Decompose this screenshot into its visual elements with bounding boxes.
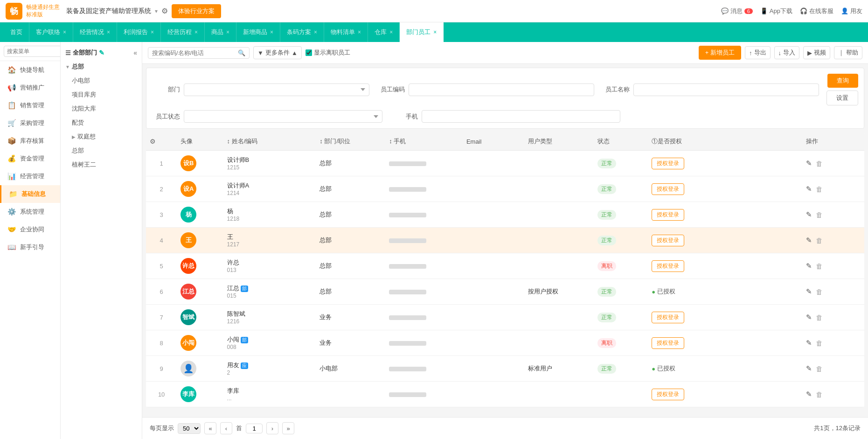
add-employee-button[interactable]: + 新增员工 <box>699 46 741 60</box>
tab-close-icon[interactable]: × <box>194 29 198 35</box>
nav-tab-7[interactable]: 条码方案× <box>280 22 324 42</box>
nav-tab-10[interactable]: 部门员工× <box>400 22 444 42</box>
delete-button[interactable]: 🗑 <box>816 288 823 296</box>
name-input[interactable] <box>633 84 819 96</box>
sidebar-item-1[interactable]: 📢营销推广 <box>0 79 60 97</box>
tab-close-icon[interactable]: × <box>314 29 317 35</box>
auth-login-button[interactable]: 授权登录 <box>652 337 684 349</box>
auth-login-button[interactable]: 授权登录 <box>652 183 684 195</box>
nav-tab-6[interactable]: 新增商品× <box>236 22 280 42</box>
auth-login-button[interactable]: 授权登录 <box>652 389 684 400</box>
nav-tab-2[interactable]: 经营情况× <box>73 22 117 42</box>
edit-button[interactable]: ✎ <box>806 185 812 193</box>
tree-node-0[interactable]: ▼ 总部 <box>61 60 142 74</box>
sidebar-item-3[interactable]: 🛒采购管理 <box>0 114 60 132</box>
delete-button[interactable]: 🗑 <box>816 365 823 373</box>
tree-collapse-icon[interactable]: « <box>133 49 137 56</box>
search-menu-input[interactable] <box>4 46 61 57</box>
delete-button[interactable]: 🗑 <box>816 390 823 398</box>
tree-node-5[interactable]: ▶ 双庭想 <box>61 130 142 144</box>
show-leave-checkbox[interactable]: 显示离职员工 <box>306 49 350 57</box>
page-number-input[interactable] <box>246 424 263 433</box>
edit-button[interactable]: ✎ <box>806 339 812 347</box>
edit-button[interactable]: ✎ <box>806 287 812 296</box>
tree-node-3[interactable]: 沈阳大库 <box>61 102 142 116</box>
tree-node-1[interactable]: 小电部 <box>61 74 142 88</box>
auth-login-button[interactable]: 授权登录 <box>652 260 684 272</box>
status-select[interactable] <box>184 110 382 123</box>
tab-close-icon[interactable]: × <box>63 29 66 35</box>
tab-close-icon[interactable]: × <box>151 29 154 35</box>
import-button[interactable]: ↓ 导入 <box>774 46 800 59</box>
delete-button[interactable]: 🗑 <box>816 314 823 321</box>
nav-tab-9[interactable]: 仓库× <box>368 22 400 42</box>
user-menu[interactable]: 👤 用友 <box>841 7 862 15</box>
tab-close-icon[interactable]: × <box>107 29 110 35</box>
show-leave-input[interactable] <box>306 49 312 56</box>
more-filter-button[interactable]: ▼ 更多条件 ▲ <box>253 46 302 59</box>
tab-close-icon[interactable]: × <box>226 29 229 35</box>
code-input[interactable] <box>409 84 594 96</box>
delete-button[interactable]: 🗑 <box>816 262 823 270</box>
nav-tab-0[interactable]: 首页 <box>4 22 29 42</box>
edit-button[interactable]: ✎ <box>806 262 812 270</box>
tab-close-icon[interactable]: × <box>433 29 437 35</box>
nav-tab-4[interactable]: 经营历程× <box>161 22 205 42</box>
next-page-button[interactable]: › <box>266 422 278 434</box>
auth-login-button[interactable]: 授权登录 <box>652 209 684 221</box>
last-page-button[interactable]: » <box>282 422 294 434</box>
search-button[interactable]: 查询 <box>827 74 858 88</box>
sidebar-item-10[interactable]: 📖新手引导 <box>0 238 60 256</box>
search-input[interactable] <box>152 49 236 56</box>
nav-tab-5[interactable]: 商品× <box>205 22 236 42</box>
sidebar-item-7[interactable]: 📁基础信息 <box>0 185 60 203</box>
system-dropdown-icon[interactable]: ▾ <box>155 8 158 14</box>
tab-close-icon[interactable]: × <box>270 29 273 35</box>
delete-button[interactable]: 🗑 <box>816 160 823 167</box>
table-settings-icon[interactable]: ⚙ <box>150 138 156 145</box>
view-button[interactable]: ▶ 视频 <box>803 46 830 59</box>
sidebar-item-4[interactable]: 📦库存核算 <box>0 132 60 150</box>
prev-page-button[interactable]: ‹ <box>220 422 232 434</box>
page-size-select[interactable]: 50 <box>178 423 201 434</box>
support-button[interactable]: 🎧 在线客服 <box>800 7 833 15</box>
help-button[interactable]: ｜ 帮助 <box>834 46 862 59</box>
search-icon[interactable]: 🔍 <box>238 49 245 56</box>
sidebar-item-0[interactable]: 🏠快捷导航 <box>0 61 60 79</box>
edit-button[interactable]: ✎ <box>806 159 812 167</box>
sidebar-item-5[interactable]: 💰资金管理 <box>0 150 60 167</box>
first-page-button[interactable]: « <box>204 422 216 434</box>
nav-tab-1[interactable]: 客户联络× <box>29 22 73 42</box>
edit-button[interactable]: ✎ <box>806 390 812 398</box>
tree-node-4[interactable]: 配货 <box>61 116 142 130</box>
edit-button[interactable]: ✎ <box>806 210 812 219</box>
dept-select[interactable] <box>184 84 369 96</box>
export-button[interactable]: ↑ 导出 <box>745 46 771 59</box>
nav-tab-8[interactable]: 物料清单× <box>324 22 368 42</box>
tree-node-2[interactable]: 项目库房 <box>61 88 142 102</box>
tree-node-7[interactable]: 植树王二 <box>61 158 142 172</box>
delete-button[interactable]: 🗑 <box>816 237 823 244</box>
nav-tab-3[interactable]: 利润报告× <box>117 22 161 42</box>
sidebar-item-9[interactable]: 🤝企业协同 <box>0 221 60 238</box>
sidebar-item-2[interactable]: 📋销售管理 <box>0 97 60 114</box>
sidebar-item-8[interactable]: ⚙️系统管理 <box>0 203 60 221</box>
trial-button[interactable]: 体验行业方案 <box>172 4 221 18</box>
edit-button[interactable]: ✎ <box>806 313 812 321</box>
tree-edit-icon[interactable]: ✎ <box>99 49 104 56</box>
auth-login-button[interactable]: 授权登录 <box>652 158 684 169</box>
delete-button[interactable]: 🗑 <box>816 185 823 193</box>
tab-close-icon[interactable]: × <box>389 29 393 35</box>
phone-input[interactable] <box>422 110 620 123</box>
reset-button[interactable]: 设置 <box>826 91 858 105</box>
gear-icon[interactable]: ⚙ <box>161 7 168 15</box>
edit-button[interactable]: ✎ <box>806 364 812 373</box>
auth-login-button[interactable]: 授权登录 <box>652 312 684 323</box>
tab-close-icon[interactable]: × <box>358 29 361 35</box>
auth-login-button[interactable]: 授权登录 <box>652 235 684 246</box>
edit-button[interactable]: ✎ <box>806 236 812 244</box>
delete-button[interactable]: 🗑 <box>816 339 823 347</box>
message-button[interactable]: 💬 消息 6 <box>721 7 753 15</box>
delete-button[interactable]: 🗑 <box>816 211 823 219</box>
app-download-button[interactable]: 📱 App下载 <box>760 7 792 15</box>
